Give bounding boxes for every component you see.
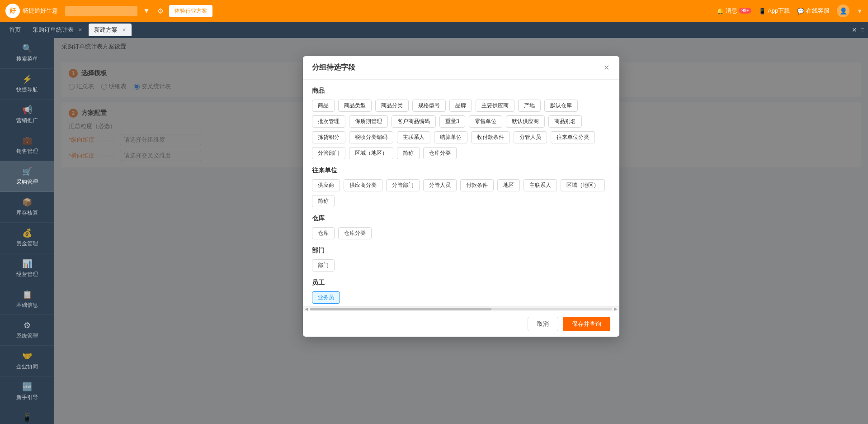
tag-拣货积分[interactable]: 拣货积分 <box>312 131 345 143</box>
tag-批次管理[interactable]: 批次管理 <box>312 115 345 128</box>
inventory-icon: 📦 <box>22 197 32 207</box>
tag-供应商分类[interactable]: 供应商分类 <box>344 179 382 191</box>
app-center-icon: 📱 <box>22 413 32 423</box>
sidebar-item-finance[interactable]: 💰 资金管理 <box>0 223 54 253</box>
dialog: 分组待选字段 ✕ 商品 商品 商品类型 商品分类 规格型号 <box>303 56 619 337</box>
sidebar-item-enterprise-coop[interactable]: 🤝 企业协同 <box>0 346 54 376</box>
tab-menu-icon[interactable]: ≡ <box>861 26 864 33</box>
sidebar: 🔍 搜索菜单 ⚡ 快捷导航 📢 营销推广 💼 销售管理 🛒 采购管理 📦 <box>0 38 54 424</box>
tag-商品[interactable]: 商品 <box>312 100 335 112</box>
sidebar-item-inventory[interactable]: 📦 库存核算 <box>0 192 54 223</box>
sales-icon: 💼 <box>22 136 32 146</box>
logo-text: 畅捷通好生意 <box>23 7 58 14</box>
sidebar-item-purchase[interactable]: 🛒 采购管理 <box>0 161 54 192</box>
top-header: 好 畅捷通好生意 ▼ ⚙ 体验行业方案 🔔 消息 99+ 📱 App下载 💬 在… <box>0 0 868 22</box>
tag-付款条件[interactable]: 付款条件 <box>460 179 494 191</box>
sidebar-item-search-menu[interactable]: 🔍 搜索菜单 <box>0 38 54 69</box>
tab-purchase-stat[interactable]: 采购订单统计表 ✕ <box>27 24 88 36</box>
tag-商品分类[interactable]: 商品分类 <box>375 100 409 112</box>
experience-btn[interactable]: 体验行业方案 <box>169 5 212 17</box>
dialog-hscrollbar[interactable]: ◀ ▶ <box>303 306 619 311</box>
sidebar-item-new-guide[interactable]: 🆕 新手引导 <box>0 376 54 407</box>
bell-icon: 🔔 <box>717 8 724 14</box>
user-expand-icon[interactable]: ▼ <box>857 8 863 14</box>
purchase-icon: 🛒 <box>22 167 32 176</box>
tag-税收分类编码[interactable]: 税收分类编码 <box>349 131 393 143</box>
tag-产地[interactable]: 产地 <box>518 100 541 112</box>
sidebar-item-basic-info[interactable]: 📋 基础信息 <box>0 284 54 315</box>
tag-主联系人1[interactable]: 主联系人 <box>397 131 430 143</box>
avatar[interactable]: 👤 <box>837 5 849 17</box>
sidebar-item-operations[interactable]: 📊 经营管理 <box>0 253 54 284</box>
dialog-save-query-btn[interactable]: 保存并查询 <box>563 317 610 331</box>
new-guide-icon: 🆕 <box>22 382 32 392</box>
notification-badge: 99+ <box>739 8 751 14</box>
search-menu-icon: 🔍 <box>22 43 32 53</box>
tag-仓库[interactable]: 仓库 <box>312 227 335 239</box>
tag-默认供应商[interactable]: 默认供应商 <box>506 115 545 128</box>
tag-主联系人2[interactable]: 主联系人 <box>524 179 557 191</box>
tag-区域地区2[interactable]: 区域（地区） <box>561 179 605 191</box>
tab-new-plan-close[interactable]: ✕ <box>122 27 126 33</box>
tab-new-plan[interactable]: 新建方案 ✕ <box>89 24 132 36</box>
tag-简称1[interactable]: 简称 <box>397 147 420 159</box>
nav-search-input[interactable] <box>65 6 137 16</box>
tag-保质期管理[interactable]: 保质期管理 <box>349 115 388 128</box>
tag-规格型号[interactable]: 规格型号 <box>412 100 446 112</box>
tag-业务员[interactable]: 业务员 <box>312 291 340 304</box>
tag-区域地区1[interactable]: 区域（地区） <box>349 147 393 159</box>
tag-客户商品编码[interactable]: 客户商品编码 <box>392 115 436 128</box>
finance-icon: 💰 <box>22 228 32 238</box>
dialog-footer: 取消 保存并查询 <box>303 311 619 337</box>
department-tags: 部门 <box>312 259 610 272</box>
hscroll-thumb <box>310 308 491 310</box>
section-title-product: 商品 <box>312 87 610 95</box>
dialog-cancel-btn[interactable]: 取消 <box>528 317 558 331</box>
online-service-item[interactable]: 💬 在线客服 <box>797 7 830 15</box>
tag-简称2[interactable]: 简称 <box>312 195 335 207</box>
tag-分管人员2[interactable]: 分管人员 <box>423 179 457 191</box>
tag-零售单位[interactable]: 零售单位 <box>469 115 502 128</box>
dropdown-icon[interactable]: ▼ <box>143 7 150 15</box>
app-wrapper: 好 畅捷通好生意 ▼ ⚙ 体验行业方案 🔔 消息 99+ 📱 App下载 💬 在… <box>0 0 868 424</box>
tag-往来单位分类[interactable]: 往来单位分类 <box>551 131 595 143</box>
tag-部门[interactable]: 部门 <box>312 259 335 272</box>
tag-重量3[interactable]: 重量3 <box>439 115 465 128</box>
tag-商品类型[interactable]: 商品类型 <box>338 100 372 112</box>
quick-nav-icon: ⚡ <box>22 74 32 84</box>
sidebar-item-quick-nav[interactable]: ⚡ 快捷导航 <box>0 69 54 100</box>
tag-商品别名[interactable]: 商品别名 <box>548 115 582 128</box>
app-download-item[interactable]: 📱 App下载 <box>759 7 790 15</box>
dialog-body[interactable]: 商品 商品 商品类型 商品分类 规格型号 品牌 主要供应商 产地 默认仓库 批次… <box>303 80 619 306</box>
tag-地区[interactable]: 地区 <box>497 179 520 191</box>
tag-分管部门1[interactable]: 分管部门 <box>312 147 345 159</box>
enterprise-coop-icon: 🤝 <box>22 351 32 361</box>
tab-purchase-stat-close[interactable]: ✕ <box>78 27 82 33</box>
user-icon: 👤 <box>840 7 847 14</box>
tab-close-all[interactable]: ✕ <box>852 26 857 33</box>
tag-默认仓库[interactable]: 默认仓库 <box>544 100 578 112</box>
download-icon: 📱 <box>759 8 766 14</box>
notification-item[interactable]: 🔔 消息 99+ <box>717 7 751 15</box>
section-title-employee: 员工 <box>312 279 610 287</box>
tag-供应商[interactable]: 供应商 <box>312 179 340 191</box>
sidebar-item-marketing[interactable]: 📢 营销推广 <box>0 100 54 130</box>
section-title-warehouse: 仓库 <box>312 214 610 223</box>
tag-分管部门2[interactable]: 分管部门 <box>386 179 420 191</box>
tag-结算单位[interactable]: 结算单位 <box>434 131 467 143</box>
tag-分管人员1[interactable]: 分管人员 <box>514 131 547 143</box>
sidebar-item-system[interactable]: ⚙ 系统管理 <box>0 315 54 346</box>
sidebar-item-sales[interactable]: 💼 销售管理 <box>0 130 54 161</box>
tag-仓库分类2[interactable]: 仓库分类 <box>338 227 372 239</box>
main-content: 🔍 搜索菜单 ⚡ 快捷导航 📢 营销推广 💼 销售管理 🛒 采购管理 📦 <box>0 38 868 424</box>
tab-home[interactable]: 首页 <box>4 24 26 36</box>
settings-icon[interactable]: ⚙ <box>157 7 164 15</box>
tag-品牌[interactable]: 品牌 <box>449 100 472 112</box>
tag-收付款条件[interactable]: 收付款条件 <box>471 131 510 143</box>
tag-仓库分类1[interactable]: 仓库分类 <box>423 147 457 159</box>
dialog-title: 分组待选字段 <box>312 63 355 72</box>
tag-主要供应商[interactable]: 主要供应商 <box>476 100 514 112</box>
dialog-close-btn[interactable]: ✕ <box>603 62 610 73</box>
tab-bar: 首页 采购订单统计表 ✕ 新建方案 ✕ ✕ ≡ <box>0 22 868 38</box>
sidebar-item-app-center[interactable]: 📱 应用中心 <box>0 407 54 424</box>
